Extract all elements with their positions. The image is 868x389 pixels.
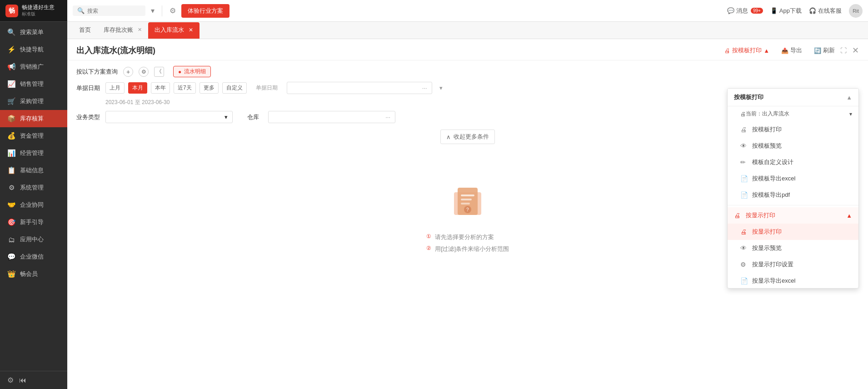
display-excel-label: 按显示导出excel bbox=[752, 277, 795, 285]
dropdown-item-display-settings[interactable]: ⚙按显示打印设置 bbox=[728, 256, 858, 273]
filter-add-btn[interactable]: + bbox=[123, 67, 133, 77]
tab-batch[interactable]: 库存批次账✕ bbox=[97, 22, 148, 39]
settings-icon[interactable]: ⚙ bbox=[7, 376, 14, 384]
sidebar-item-wechat[interactable]: 💬企业微信 bbox=[0, 248, 67, 265]
export-action-btn[interactable]: 📤 导出 bbox=[778, 45, 806, 56]
sidebar-item-collab[interactable]: 🤝企业协同 bbox=[0, 196, 67, 214]
topbar: 🔍 ▾ ⚙ 体验行业方案 💬 消息 99+ 📱 App下载 🎧 在线客服 Rit bbox=[67, 0, 868, 22]
template-custom-icon: ✏ bbox=[740, 159, 748, 166]
headset-icon: 🎧 bbox=[809, 7, 816, 14]
refresh-action-btn[interactable]: 🔄 刷新 bbox=[810, 45, 838, 56]
sidebar-item-purchase[interactable]: 🛒采购管理 bbox=[0, 93, 67, 110]
tab-flow[interactable]: 出入库流水✕ bbox=[148, 22, 200, 39]
sidebar-item-basic[interactable]: 📋基础信息 bbox=[0, 162, 67, 179]
date-btn-本月[interactable]: 本月 bbox=[128, 82, 147, 94]
type-chevron-icon[interactable]: ▾ bbox=[439, 85, 443, 91]
sidebar-item-app-center[interactable]: 🗂应用中心 bbox=[0, 231, 67, 248]
dropdown-scrollable: 🖨 当前：出入库流水 ▾ 🖨按模板打印👁按模板预览✏模板自定义设计📄按模板导出e… bbox=[728, 106, 858, 288]
fullscreen-icon[interactable]: ⛶ bbox=[840, 47, 847, 54]
collab-icon: 🤝 bbox=[7, 201, 15, 209]
dropdown-item-template-excel[interactable]: 📄按模板导出excel bbox=[728, 170, 858, 187]
settings-gear-icon[interactable]: ⚙ bbox=[168, 5, 178, 17]
sidebar-item-search[interactable]: 🔍搜索菜单 bbox=[0, 24, 67, 41]
display-settings-label: 按显示打印设置 bbox=[752, 260, 793, 269]
tip-num-2: ② bbox=[426, 245, 431, 251]
sidebar-item-guide[interactable]: 🎯新手引导 bbox=[0, 214, 67, 231]
date-btn-自定义[interactable]: 自定义 bbox=[222, 82, 247, 94]
dropdown-item-template-print[interactable]: 🖨按模板打印 bbox=[728, 121, 858, 138]
date-btn-更多[interactable]: 更多 bbox=[200, 82, 219, 94]
display-header-label: 按显示打印 bbox=[746, 211, 775, 219]
display-section-header[interactable]: 🖨 按显示打印 ▲ bbox=[728, 207, 858, 224]
sidebar-item-operations[interactable]: 📊经营管理 bbox=[0, 145, 67, 162]
dropdown-item-template-preview[interactable]: 👁按模板预览 bbox=[728, 138, 858, 154]
display-preview-icon: 👁 bbox=[740, 244, 748, 252]
sidebar-item-quick-nav[interactable]: ⚡快捷导航 bbox=[0, 41, 67, 58]
message-label: 消息 bbox=[736, 7, 748, 15]
warehouse-label: 仓库 bbox=[247, 113, 259, 121]
sidebar-label-finance: 资金管理 bbox=[20, 132, 44, 140]
content-area: 出入库流水(流水明细) 🖨 按模板打印 ▲ 📤 导出 🔄 刷新 bbox=[67, 39, 868, 389]
display-items: 🖨按显示打印👁按显示预览⚙按显示打印设置📄按显示导出excel📄按显示导出pdf bbox=[728, 224, 858, 288]
tab-home[interactable]: 首页 bbox=[73, 22, 97, 39]
tab-close-batch[interactable]: ✕ bbox=[138, 27, 142, 33]
tab-label-home: 首页 bbox=[79, 26, 91, 34]
svg-rect-3 bbox=[461, 199, 472, 200]
dropdown-item-template-pdf[interactable]: 📄按模板导出pdf bbox=[728, 187, 858, 203]
tab-label-flow: 出入库流水 bbox=[155, 26, 184, 34]
date-btn-上月[interactable]: 上月 bbox=[105, 82, 125, 94]
search-icon: 🔍 bbox=[77, 7, 85, 14]
industry-btn[interactable]: 体验行业方案 bbox=[181, 4, 229, 18]
sidebar-label-system: 系统管理 bbox=[20, 184, 44, 192]
dropdown-item-template-custom[interactable]: ✏模板自定义设计 bbox=[728, 154, 858, 170]
sidebar-item-marketing[interactable]: 📢营销推广 bbox=[0, 58, 67, 75]
sidebar-item-finance[interactable]: 💰资金管理 bbox=[0, 127, 67, 145]
user-avatar[interactable]: Rit bbox=[849, 4, 863, 18]
print-label: 按模板打印 bbox=[732, 46, 762, 55]
filter-collapse-btn[interactable]: 《 bbox=[154, 67, 164, 77]
dropdown-item-display-print[interactable]: 🖨按显示打印 bbox=[728, 224, 858, 240]
sidebar-item-inventory[interactable]: 📦库存核算 bbox=[0, 110, 67, 127]
refresh-icon: 🔄 bbox=[814, 47, 821, 54]
sidebar-item-membership[interactable]: 👑畅会员 bbox=[0, 265, 67, 283]
business-type-select[interactable]: ▾ bbox=[105, 111, 233, 123]
dropdown-current: 🖨 当前：出入库流水 ▾ bbox=[728, 106, 858, 121]
warehouse-select[interactable]: ··· bbox=[268, 111, 395, 123]
print-action-btn[interactable]: 🖨 按模板打印 ▲ bbox=[721, 45, 773, 56]
message-action[interactable]: 💬 消息 99+ bbox=[727, 7, 763, 15]
marketing-icon: 📢 bbox=[7, 63, 15, 71]
business-type-label: 业务类型 bbox=[76, 113, 100, 121]
empty-illustration: ? bbox=[445, 179, 490, 224]
topbar-search-box[interactable]: 🔍 bbox=[73, 5, 145, 16]
sidebar-item-system[interactable]: ⚙系统管理 bbox=[0, 179, 67, 196]
sidebar-label-operations: 经营管理 bbox=[20, 149, 44, 157]
tab-close-flow[interactable]: ✕ bbox=[189, 27, 193, 33]
current-icon: 🖨 bbox=[740, 111, 746, 117]
template-preview-label: 按模板预览 bbox=[752, 142, 782, 150]
filter-settings-btn[interactable]: ⚙ bbox=[139, 67, 149, 77]
filter-chip-label: 流水明细 bbox=[184, 68, 206, 75]
customer-service-action[interactable]: 🎧 在线客服 bbox=[809, 7, 842, 15]
sidebar-item-sales[interactable]: 📈销售管理 bbox=[0, 75, 67, 93]
date-btn-本年[interactable]: 本年 bbox=[151, 82, 170, 94]
app-download-action[interactable]: 📱 App下载 bbox=[770, 7, 802, 15]
collapse-icon[interactable]: ⏮ bbox=[19, 376, 26, 384]
collapse-more-btn[interactable]: ∧ 收起更多条件 bbox=[440, 130, 495, 144]
type-select[interactable]: ··· bbox=[287, 82, 432, 94]
purchase-icon: 🛒 bbox=[7, 97, 15, 105]
page-close-icon[interactable]: ✕ bbox=[852, 45, 859, 55]
filter-row-1: 按以下方案查询 + ⚙ 《 ● 流水明细 bbox=[76, 66, 859, 77]
template-excel-label: 按模板导出excel bbox=[752, 175, 795, 183]
app-center-icon: 🗂 bbox=[7, 236, 15, 244]
dropdown-close-chevron[interactable]: ▲ bbox=[846, 94, 852, 101]
search-input[interactable] bbox=[87, 8, 133, 14]
dropdown-item-display-excel[interactable]: 📄按显示导出excel bbox=[728, 273, 858, 288]
print-icon: 🖨 bbox=[724, 47, 730, 54]
dropdown-header: 按模板打印 ▲ bbox=[728, 89, 858, 106]
date-btn-近7天[interactable]: 近7天 bbox=[174, 82, 196, 94]
dropdown-item-display-preview[interactable]: 👁按显示预览 bbox=[728, 240, 858, 256]
page-header: 出入库流水(流水明细) 🖨 按模板打印 ▲ 📤 导出 🔄 刷新 bbox=[67, 39, 868, 60]
active-filter-chip[interactable]: ● 流水明细 bbox=[173, 66, 211, 77]
chevron-down-icon[interactable]: ▾ bbox=[149, 5, 156, 17]
page-actions: 🖨 按模板打印 ▲ 📤 导出 🔄 刷新 bbox=[721, 45, 838, 56]
